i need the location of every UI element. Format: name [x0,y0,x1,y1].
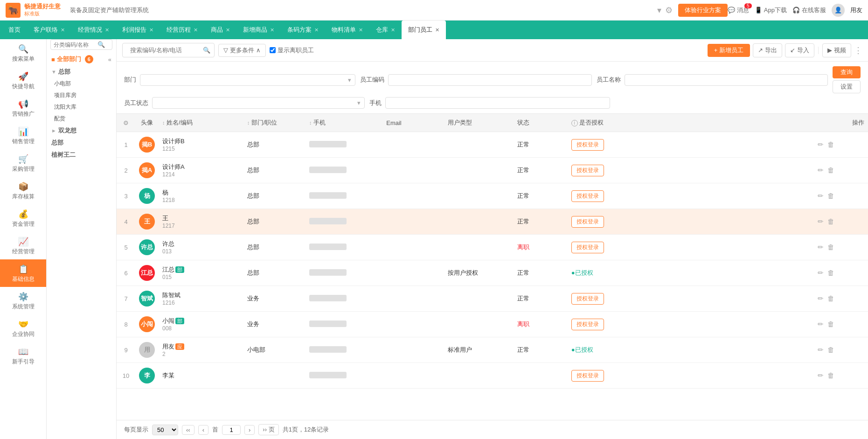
delete-icon[interactable]: 🗑 [827,269,834,277]
tab-customer[interactable]: 客户联络 ✕ [27,21,71,39]
delete-icon[interactable]: 🗑 [827,192,834,200]
sidebar-item-finance[interactable]: 💰 资金管理 [0,204,46,232]
dept-section-zongbu[interactable]: 总部 [47,137,116,149]
set-btn[interactable]: 设置 [833,80,861,93]
close-icon[interactable]: ✕ [149,21,153,39]
sidebar-item-mgmt[interactable]: 📈 经营管理 [0,232,46,259]
sidebar-item-system[interactable]: ⚙️ 系统管理 [0,287,46,314]
close-icon[interactable]: ✕ [359,21,363,39]
trial-button[interactable]: 体验行业方案 [678,4,728,17]
sort-icon[interactable]: ↕ [309,120,312,125]
close-icon[interactable]: ✕ [61,21,65,39]
sidebar-item-purchase[interactable]: 🛒 采购管理 [0,149,46,177]
edit-icon[interactable]: ✏ [818,269,824,277]
tab-operation[interactable]: 经营情况 ✕ [71,21,116,39]
delete-icon[interactable]: 🗑 [827,294,834,303]
auth-btn[interactable]: 授权登录 [571,370,604,382]
import-btn[interactable]: ↙ 导入 [785,43,814,57]
sidebar-item-collab[interactable]: 🤝 企业协同 [0,314,46,342]
per-page-select[interactable]: 50 100 200 [152,425,178,435]
export-btn[interactable]: ↗ 导出 [753,43,782,57]
sidebar-item-marketing[interactable]: 📢 营销推广 [0,94,46,122]
dept-item-distribution[interactable]: 配货 [47,113,116,125]
more-icon[interactable]: ⋮ [854,45,862,56]
dept-search-input[interactable] [54,42,96,48]
settings-gear-icon[interactable]: ⚙ [665,5,673,15]
delete-icon[interactable]: 🗑 [827,217,834,226]
service-btn[interactable]: 🎧 在线客服 [792,6,826,14]
delete-icon[interactable]: 🗑 [827,320,834,328]
dept-all-header[interactable]: ■ 全部部门 6 « [47,53,116,66]
delete-icon[interactable]: 🗑 [827,346,834,354]
close-icon[interactable]: ✕ [194,21,198,39]
search-input[interactable] [126,45,201,56]
close-icon[interactable]: ✕ [314,21,319,39]
dropdown-icon[interactable]: ▾ [657,5,661,15]
auth-btn[interactable]: 授权登录 [571,216,604,228]
dept-section-zhishuwanger[interactable]: 植树王二 [47,149,116,161]
emp-name-input[interactable] [625,74,828,86]
close-icon[interactable]: ✕ [435,21,439,39]
settings-icon[interactable]: ⚙ [123,119,129,126]
auth-btn[interactable]: 授权登录 [571,319,604,330]
avatar[interactable]: 👤 [832,4,845,17]
edit-icon[interactable]: ✏ [818,320,824,328]
close-icon[interactable]: ✕ [226,21,230,39]
collapse-icon[interactable]: « [108,56,111,63]
close-icon[interactable]: ✕ [105,21,109,39]
tab-add-goods[interactable]: 新增商品 ✕ [236,21,281,39]
tab-goods[interactable]: 商品 ✕ [204,21,236,39]
tab-department[interactable]: 部门员工 ✕ [402,21,446,39]
edit-icon[interactable]: ✏ [818,166,824,174]
phone-input[interactable] [385,97,610,109]
auth-btn[interactable]: 授权登录 [571,165,604,176]
page-input[interactable] [222,425,241,435]
sidebar-item-quicknav[interactable]: 🚀 快捷导航 [0,67,46,94]
dept-section-head[interactable]: ▼ 总部 [47,66,116,78]
tab-history[interactable]: 经营历程 ✕ [160,21,204,39]
tab-bom[interactable]: 物料清单 ✕ [325,21,369,39]
sidebar-item-search[interactable]: 🔍 搜索菜单 [0,39,46,67]
first-page-btn[interactable]: ‹‹ [182,425,194,435]
tab-warehouse[interactable]: 仓库 ✕ [369,21,402,39]
close-icon[interactable]: ✕ [270,21,274,39]
dept-item-xiaodibu[interactable]: 小电部 [47,78,116,90]
sort-icon[interactable]: ↕ [162,120,165,125]
auth-btn[interactable]: 授权登录 [571,242,604,253]
next-page-btn[interactable]: › [244,425,255,435]
edit-icon[interactable]: ✏ [818,217,824,226]
dept-item-project[interactable]: 项目库房 [47,90,116,101]
edit-icon[interactable]: ✏ [818,371,824,380]
dept-item-shenyang[interactable]: 沈阳大库 [47,101,116,113]
tab-home[interactable]: 首页 [2,21,27,39]
sidebar-item-basic[interactable]: 📋 基础信息 [0,259,46,287]
tab-barcode[interactable]: 条码方案 ✕ [281,21,325,39]
show-resigned-label[interactable]: 显示离职员工 [270,46,314,55]
query-btn[interactable]: 查询 [833,66,861,78]
edit-icon[interactable]: ✏ [818,294,824,303]
delete-icon[interactable]: 🗑 [827,140,834,149]
auth-btn[interactable]: 授权登录 [571,139,604,151]
close-icon[interactable]: ✕ [391,21,395,39]
emp-status-select[interactable]: ▾ [152,97,365,109]
app-download-btn[interactable]: 📱 App下载 [755,6,787,14]
auth-btn[interactable]: 授权登录 [571,190,604,202]
more-filter-btn[interactable]: ▽ 更多条件 ∧ [218,44,266,57]
sidebar-item-guide[interactable]: 📖 新手引导 [0,342,46,369]
dept-select[interactable]: ▾ [140,74,355,86]
view-btn[interactable]: ▶ 视频 [822,43,851,57]
sidebar-item-inventory[interactable]: 📦 库存核算 [0,177,46,204]
show-resigned-checkbox[interactable] [270,47,276,53]
delete-icon[interactable]: 🗑 [827,166,834,174]
last-page-btn[interactable]: ›› 页 [258,424,278,435]
delete-icon[interactable]: 🗑 [827,243,834,251]
edit-icon[interactable]: ✏ [818,243,824,251]
prev-page-btn[interactable]: ‹ [198,425,208,435]
edit-icon[interactable]: ✏ [818,192,824,200]
tab-profit[interactable]: 利润报告 ✕ [116,21,160,39]
dept-section-shuanglongxiang[interactable]: ► 双龙想 [47,125,116,137]
auth-btn[interactable]: 授权登录 [571,293,604,305]
add-employee-btn[interactable]: + 新增员工 [708,44,750,57]
sidebar-item-sales[interactable]: 📊 销售管理 [0,122,46,149]
edit-icon[interactable]: ✏ [818,346,824,354]
